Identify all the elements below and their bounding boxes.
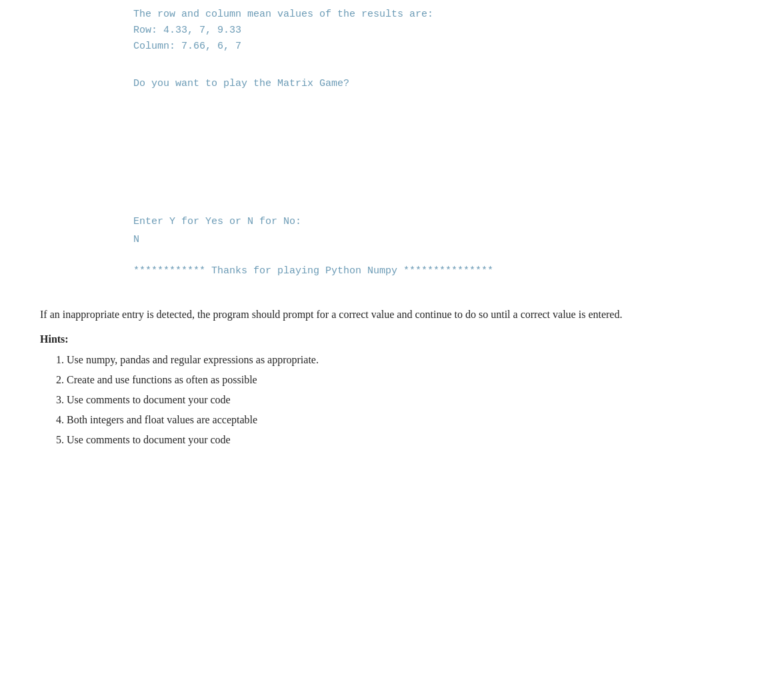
spacer-large	[0, 93, 780, 213]
hints-heading: Hints:	[40, 333, 740, 345]
page-container: The row and column mean values of the re…	[0, 0, 780, 700]
terminal-line-7: ************ Thanks for playing Python N…	[0, 262, 780, 280]
hint-item-5: Use comments to document your code	[67, 432, 740, 448]
terminal-block: The row and column mean values of the re…	[0, 0, 780, 61]
spacer-1	[0, 61, 780, 75]
hint-item-4: Both integers and float values are accep…	[67, 412, 740, 428]
hint-item-2: Create and use functions as often as pos…	[67, 372, 740, 388]
hint-item-1: Use numpy, pandas and regular expression…	[67, 352, 740, 368]
terminal-line-5: Enter Y for Yes or N for No:	[0, 213, 780, 231]
spacer-2	[0, 249, 780, 262]
prose-section: If an inappropriate entry is detected, t…	[0, 293, 780, 448]
terminal-line-2: Row: 4.33, 7, 9.33	[133, 23, 780, 39]
terminal-line-3: Column: 7.66, 6, 7	[133, 39, 780, 55]
prose-paragraph: If an inappropriate entry is detected, t…	[40, 307, 740, 323]
spacer-3	[0, 280, 780, 293]
hint-item-3: Use comments to document your code	[67, 392, 740, 408]
terminal-line-4: Do you want to play the Matrix Game?	[0, 75, 780, 93]
terminal-line-1: The row and column mean values of the re…	[133, 7, 780, 23]
terminal-line-6: N	[0, 231, 780, 249]
hints-list: Use numpy, pandas and regular expression…	[40, 352, 740, 448]
